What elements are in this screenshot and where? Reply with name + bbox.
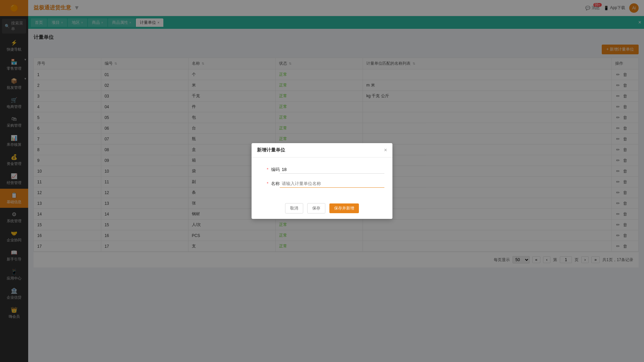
name-input[interactable]: [280, 180, 384, 188]
modal-title: 新增计量单位: [257, 147, 285, 153]
modal-save-and-new-button[interactable]: 保存并新增: [329, 203, 359, 213]
code-input[interactable]: [280, 166, 384, 174]
modal-close-button[interactable]: ×: [384, 147, 387, 153]
modal-body: * 编码 * 名称: [252, 158, 392, 199]
code-required-mark: *: [267, 167, 268, 172]
form-item-name: * 名称: [260, 180, 384, 188]
name-required-mark: *: [267, 181, 268, 186]
modal-cancel-button[interactable]: 取消: [285, 203, 303, 214]
modal-overlay: 新增计量单位 × * 编码 * 名称 取消 保存 保存并新增: [0, 0, 644, 362]
modal-save-button[interactable]: 保存: [307, 203, 325, 214]
form-code-label: * 编码: [260, 167, 280, 173]
form-name-label: * 名称: [260, 181, 280, 187]
add-measure-unit-modal: 新增计量单位 × * 编码 * 名称 取消 保存 保存并新增: [252, 143, 392, 219]
modal-footer: 取消 保存 保存并新增: [252, 199, 392, 219]
form-item-code: * 编码: [260, 166, 384, 174]
modal-header: 新增计量单位 ×: [252, 143, 392, 158]
